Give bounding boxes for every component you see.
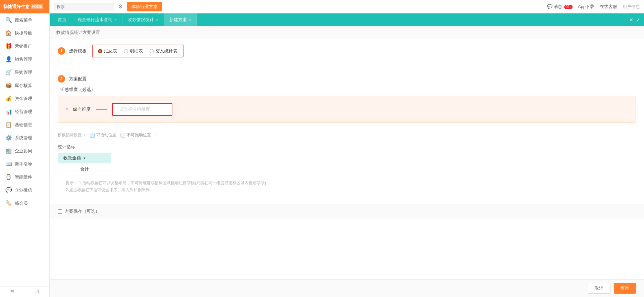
drag-icon [90,133,95,138]
app-header: ⚙ 体验行业方案 💬 消息 99+ App下载 在线客服 用户信息 [50,0,644,13]
box-icon: 📦 [5,82,12,89]
tab-collection-close[interactable]: × [156,17,158,22]
notification-item[interactable]: 💬 消息 99+ [547,4,573,10]
content-area: 收款情况统计方案设置 1 选择模板 汇总表 [50,26,644,297]
content-inner: 收款情况统计方案设置 1 选择模板 汇总表 [50,26,644,279]
footer: 取消 查询 [50,279,644,297]
query-button[interactable]: 查询 [614,283,636,294]
sidebar: 畅捷通好生意 标准版 🔍 搜索菜单 🏠 快捷导航 🎁 营销推广 👤 销售管理 🛒… [0,0,50,297]
gear-icon: ⚙️ [5,135,12,141]
dimension-select[interactable]: 请选择分组维度 [112,103,172,116]
save-section: 方案保存（可选） [50,204,644,218]
step1-row: 1 选择模板 汇总表 明细表 [58,45,636,57]
tab-cash-flow-close[interactable]: × [114,17,117,22]
sidebar-item-sales[interactable]: 👤 销售管理 [0,53,49,66]
radio-summary-label: 汇总表 [104,48,117,54]
sidebar-item-basic-info[interactable]: 📋 基础信息 [0,118,49,131]
sidebar-user-btn[interactable]: 用 [25,287,50,297]
sidebar-item-label: 系统管理 [15,135,32,141]
sidebar-item-label: 企业协同 [15,148,32,154]
header-right: 💬 消息 99+ App下载 在线客服 用户信息 [547,4,640,10]
logo-text: 畅捷通好生意 [3,4,30,10]
sidebar-item-search[interactable]: 🔍 搜索菜单 [0,13,49,27]
cart-icon: 🛒 [5,69,12,76]
radio-summary[interactable]: 汇总表 [98,48,117,54]
clipboard-icon: 📋 [5,121,12,128]
sidebar-item-label: 销售管理 [15,56,32,62]
step2-section: 2 方案配置 汇总维度（必选） * 纵向维度 —— 请选择分组维度 [50,70,644,204]
radio-detail[interactable]: 明细表 [124,48,143,54]
tab-home[interactable]: 首页 [52,13,72,26]
tab-collection-stats[interactable]: 收款情况统计 × [122,13,164,26]
notification-badge: 99+ [564,5,573,9]
sidebar-item-quick-nav[interactable]: 🏠 快捷导航 [0,27,49,40]
sidebar-item-system[interactable]: ⚙️ 系统管理 [0,131,49,144]
sidebar-item-wechat[interactable]: 💬 企业微信 [0,184,49,197]
watch-icon: ⌚ [5,174,12,180]
user-icon: 👤 [5,56,12,62]
indicators-section: 模板指标设定（ 可拖动位置 不可拖动位置 ） 统计指 [58,128,636,176]
trial-button[interactable]: 体验行业方案 [127,2,162,11]
dimension-subtitle: 汇总维度（必选） [58,87,636,93]
legend-close-paren: ） [155,132,159,138]
statistics-indicator-label: 统计指标 [58,144,628,150]
indicator-dropdown-icon[interactable]: ▾ [84,156,86,160]
app-download-link[interactable]: App下载 [578,4,594,10]
sidebar-item-inventory[interactable]: 📦 库存核算 [0,79,49,92]
radio-cross[interactable]: 交叉统计表 [150,48,177,54]
hint-2: 2.点击标题栏下拉可设置排序、插入列和删除列 [66,187,628,193]
radio-detail-input[interactable] [124,49,128,53]
sidebar-item-operations[interactable]: 📊 经营管理 [0,105,49,118]
fixed-icon [120,133,125,138]
indicator-column-name: 收款金额 [63,155,81,161]
tab-home-label: 首页 [58,17,66,23]
user-info[interactable]: 用户信息 [623,4,640,10]
settings-icon[interactable]: ⚙ [118,3,123,10]
search-input[interactable] [54,3,114,10]
tab-new-plan-close[interactable]: × [189,17,191,22]
sidebar-item-purchase[interactable]: 🛒 采购管理 [0,66,49,79]
expand-icon[interactable]: ⤢ [636,17,640,22]
close-window-icon[interactable]: ✕ [629,17,633,22]
sidebar-item-enterprise[interactable]: 🏢 企业协同 [0,144,49,157]
cancel-button[interactable]: 取消 [588,283,610,294]
tab-new-plan[interactable]: 新建方案 × [164,13,197,26]
sidebar-item-label: 搜索菜单 [15,17,32,23]
sidebar-item-label: 新手引导 [15,161,32,167]
dimension-placeholder: 请选择分组维度 [119,107,150,112]
tab-collection-label: 收款情况统计 [128,17,154,23]
sidebar-help-btn[interactable]: 帮 [0,287,25,297]
online-service-link[interactable]: 在线客服 [600,4,617,10]
sidebar-bottom: 帮 用 [0,286,49,297]
building-icon: 🏢 [5,148,12,154]
sidebar-item-label: 库存核算 [15,83,32,89]
chart-icon: 📊 [5,108,12,115]
drag-legend-item: 可拖动位置 [90,132,116,138]
tab-new-plan-label: 新建方案 [169,17,187,23]
sidebar-item-label: 畅会员 [15,200,28,206]
drag-label: 可拖动位置 [96,132,116,138]
sidebar-item-smart-hw[interactable]: ⌚ 智能硬件 [0,170,49,184]
save-checkbox[interactable] [58,209,62,214]
divider-1 [58,67,636,67]
template-selection-box: 汇总表 明细表 交叉统计表 [92,45,183,57]
tab-cash-flow[interactable]: 现金银行流水查询 × [72,13,122,26]
indicator-table-header: 收款金额 ▾ [58,153,111,163]
home-icon: 🏠 [5,30,12,36]
indicator-table: 收款金额 ▾ 合计 [58,153,111,175]
sidebar-item-marketing[interactable]: 🎁 营销推广 [0,40,49,53]
search-icon: 🔍 [5,17,12,23]
sidebar-item-finance[interactable]: 💰 资金管理 [0,92,49,105]
sidebar-item-member[interactable]: 🏷️ 畅会员 [0,197,49,210]
main-area: ⚙ 体验行业方案 💬 消息 99+ App下载 在线客服 用户信息 首页 现金银… [50,0,644,297]
radio-cross-input[interactable] [150,49,154,53]
hint-1: 提示： 1.拖动标题栏可以调整布局，不可跨维度或指标区域拖动栏目字段(只能在同一… [66,180,628,186]
step2-circle: 2 [58,75,65,83]
sidebar-item-label: 经营管理 [15,109,32,115]
tag-icon: 🏷️ [5,200,12,206]
sidebar-item-label: 智能硬件 [15,174,32,180]
radio-summary-input[interactable] [98,49,102,53]
sidebar-logo: 畅捷通好生意 标准版 [0,0,49,13]
sidebar-item-newbie[interactable]: 📖 新手引导 [0,157,49,170]
radio-detail-label: 明细表 [130,48,143,54]
